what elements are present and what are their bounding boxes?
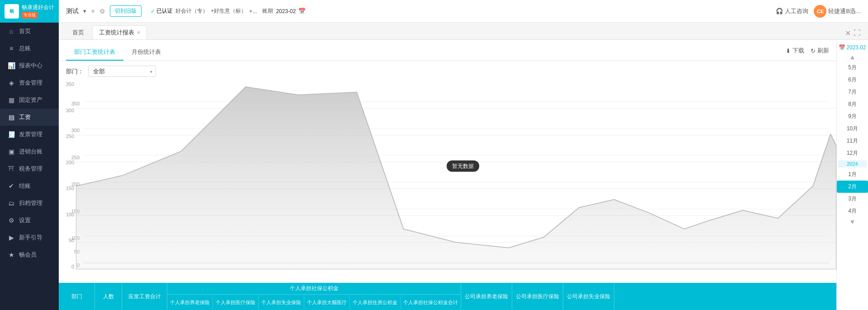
sidebar-item-archive[interactable]: 🗂 归档管理	[0, 195, 59, 212]
month-2023-12[interactable]: 12月	[837, 147, 868, 159]
y-label-200: 200	[66, 160, 74, 165]
sidebar-item-invoice[interactable]: 🧾 发票管理	[0, 126, 59, 143]
settings-icon: ⚙	[7, 217, 15, 224]
th-count: 人数	[95, 283, 122, 310]
close-panel-icon[interactable]: ✕	[845, 29, 851, 38]
th-company-unemployment: 公司承担失业保险	[563, 283, 614, 310]
topbar-dropdown-icon[interactable]: ▾	[83, 8, 86, 14]
chart-svg	[76, 81, 836, 269]
sidebar-item-label: 税务管理	[19, 165, 42, 173]
month-2023-8[interactable]: 8月	[837, 98, 868, 110]
home-icon: ⌂	[7, 28, 15, 35]
sidebar-item-label: 资金管理	[19, 79, 42, 87]
accountant-status: 好会计（专）	[175, 7, 208, 15]
sidebar-item-label: 进销台账	[19, 148, 42, 156]
nav-up-button[interactable]: ▲	[849, 52, 857, 62]
month-2023-6[interactable]: 6月	[837, 74, 868, 86]
subtab-actions: ⬇ 下载 ↻ 刷新	[786, 47, 829, 58]
certified-status: ✓ 已认证	[151, 7, 173, 15]
topbar-plus-icon[interactable]: +	[91, 7, 95, 15]
month-2024-1[interactable]: 1月	[837, 168, 868, 181]
th-sub-medical: 个人承担医疗保险	[213, 295, 259, 310]
th-company-medical: 公司承担医疗保险	[512, 283, 563, 310]
settle-icon: ✔	[7, 182, 15, 190]
month-2024-4[interactable]: 4月	[837, 205, 868, 217]
th-company-pension: 公司承担养老保险	[461, 283, 512, 310]
sidebar-item-salary[interactable]: ▤ 工资	[0, 109, 59, 126]
dept-select[interactable]: 全部 销售部 财务部 行政部 技术部	[88, 66, 156, 77]
sidebar-item-vip[interactable]: ★ 畅会员	[0, 246, 59, 263]
consult-button[interactable]: 🎧 人工咨询	[776, 7, 808, 15]
tab-close-icon[interactable]: ×	[137, 29, 140, 36]
month-2023-9[interactable]: 9月	[837, 110, 868, 123]
table-header: 部门 人数 应发工资合计 个人承担社保公积金	[59, 283, 836, 310]
main-area: 测试 ▾ + ⚙ 切到旧版 ✓ 已认证 好会计（专） +好生意（标） +... …	[59, 0, 868, 310]
sidebar-item-assets[interactable]: ▦ 固定资产	[0, 91, 59, 109]
th-sub-housing-fund: 个人承担住房公积金	[350, 295, 401, 310]
sidebar-item-label: 新手引导	[19, 234, 42, 242]
topbar-status: ✓ 已认证 好会计（专） +好生意（标） +... 账期 2023-02 📅	[151, 7, 306, 15]
svg-marker-22	[76, 87, 836, 269]
sidebar-item-label: 首页	[19, 27, 31, 35]
th-group-subs: 个人承担养老保险 个人承担医疗保险 个人承担失业保险 个人承担大额医疗	[167, 295, 461, 310]
right-date-panel: 📅 2023.02 ▲ 5月 6月 7月 8月 9月 10月	[836, 40, 868, 310]
month-2023-11[interactable]: 11月	[837, 135, 868, 147]
subtab-monthly[interactable]: 月份统计表	[123, 44, 169, 61]
tab-salary-report[interactable]: 工资统计报表 ×	[92, 25, 147, 39]
switch-old-version-button[interactable]: 切到旧版	[110, 5, 142, 17]
dept-select-wrapper: 全部 销售部 财务部 行政部 技术部 ▾	[88, 66, 156, 77]
topbar-gear-icon[interactable]: ⚙	[99, 8, 105, 15]
more-status: +...	[249, 8, 257, 14]
th-salary-total: 应发工资合计	[122, 283, 167, 310]
logo-icon: 畅	[5, 4, 19, 19]
sidebar-item-tax[interactable]: ⛩ 税务管理	[0, 160, 59, 177]
period-value: 2023-02	[276, 8, 296, 14]
tab-home[interactable]: 首页	[66, 26, 90, 39]
sidebar-item-ledger[interactable]: ≡ 总账	[0, 40, 59, 57]
month-2023-5[interactable]: 5月	[837, 62, 868, 74]
filterbar: 部门： 全部 销售部 财务部 行政部 技术部 ▾	[59, 61, 836, 81]
month-2023-10[interactable]: 10月	[837, 123, 868, 135]
calendar-small-icon: 📅	[839, 44, 845, 51]
y-label-300: 300	[66, 108, 74, 113]
sidebar-item-sales[interactable]: ▣ 进销台账	[0, 143, 59, 160]
archive-icon: 🗂	[7, 200, 15, 207]
sidebar-item-settings[interactable]: ⚙ 设置	[0, 212, 59, 229]
topbar-right: 🎧 人工咨询 CE 轻捷通B迅...	[776, 5, 861, 18]
user-info[interactable]: CE 轻捷通B迅...	[814, 5, 861, 18]
th-sub-unemployment: 个人承担失业保险	[259, 295, 304, 310]
sidebar-item-settle[interactable]: ✔ 结账	[0, 177, 59, 195]
sidebar-item-label: 发票管理	[19, 130, 42, 138]
chart-area: 350 300 250 200 150 100 50 0	[59, 81, 836, 283]
table-header-group: 部门 人数 应发工资合计 个人承担社保公积金	[59, 283, 614, 310]
subtab-dept[interactable]: 部门工资统计表	[66, 44, 123, 61]
sidebar-item-guide[interactable]: ▶ 新手引导	[0, 229, 59, 246]
tab-controls: ✕ ⛶	[845, 29, 861, 39]
year-display[interactable]: 📅 2023.02	[836, 43, 868, 52]
sidebar: 畅 畅康通好会计 专业版 ⌂ 首页 ≡ 总账 📊 报表中心 ◈ 资金管理 ▦ 固…	[0, 0, 59, 310]
refresh-icon: ↻	[811, 48, 816, 54]
expand-icon[interactable]: ⛶	[854, 29, 861, 38]
sidebar-item-label: 总账	[19, 44, 31, 52]
sidebar-item-home[interactable]: ⌂ 首页	[0, 23, 59, 40]
sidebar-item-label: 归档管理	[19, 199, 42, 207]
calendar-icon[interactable]: 📅	[298, 8, 306, 14]
year-2024-badge: 2024	[838, 160, 866, 167]
y-label-250: 250	[66, 134, 74, 139]
sales-icon: ▣	[7, 148, 15, 155]
invoice-icon: 🧾	[7, 131, 15, 138]
sidebar-item-funds[interactable]: ◈ 资金管理	[0, 74, 59, 91]
month-2023-7[interactable]: 7月	[837, 86, 868, 98]
month-2024-3[interactable]: 3月	[837, 193, 868, 205]
logo-badge: 专业版	[22, 12, 38, 19]
refresh-button[interactable]: ↻ 刷新	[811, 47, 829, 55]
sidebar-item-reports[interactable]: 📊 报表中心	[0, 57, 59, 74]
check-icon: ✓	[151, 8, 155, 14]
ledger-icon: ≡	[7, 45, 15, 52]
nav-down-button[interactable]: ▼	[849, 217, 857, 226]
th-sub-pension: 个人承担养老保险	[167, 295, 213, 310]
chart-tooltip: 暂无数据	[447, 160, 479, 172]
download-button[interactable]: ⬇ 下载	[786, 47, 804, 55]
th-group-header: 个人承担社保公积金	[167, 283, 461, 295]
month-2024-2[interactable]: 2月	[837, 181, 868, 193]
